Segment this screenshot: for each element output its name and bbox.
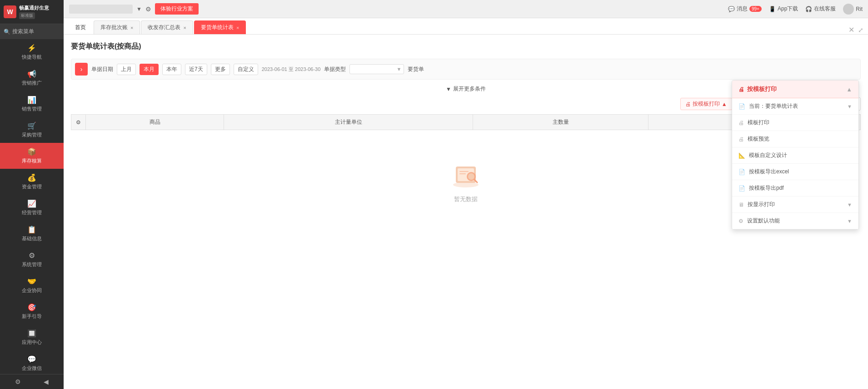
tab-inventory-batch-close[interactable]: ×	[130, 25, 133, 30]
search-menu-item[interactable]: 🔍 搜索菜单	[0, 24, 64, 39]
sidebar-item-marketing[interactable]: 📢 营销推广	[0, 65, 64, 91]
date-last-7days-btn[interactable]: 近7天	[185, 64, 207, 75]
tab-inventory-batch[interactable]: 库存批次账 ×	[94, 20, 140, 34]
sidebar-label-guide: 新手引导	[22, 313, 42, 320]
tab-order-stats-close[interactable]: ×	[236, 25, 239, 30]
template-preview-label: 模板预览	[748, 135, 769, 143]
dropdown-item-export-excel[interactable]: 📄 按模板导出excel	[732, 164, 858, 180]
sidebar-item-purchase[interactable]: 🛒 采购管理	[0, 117, 64, 143]
user-avatar	[843, 4, 854, 15]
dropdown-item-template-preview[interactable]: 🖨 模板预览	[732, 131, 858, 147]
print-dropdown: 🖨 按模板打印 ▲ 📄 当前：要货单统计表 ▼ 🖨 模板打印	[732, 80, 859, 230]
basic-icon: 📋	[27, 225, 36, 234]
tab-receivables-summary[interactable]: 收发存汇总表 ×	[141, 20, 193, 34]
display-print-left: 🖥 按显示打印	[738, 201, 775, 208]
print-button[interactable]: 🖨 按模板打印 ▲	[680, 98, 732, 110]
sidebar-item-app-center[interactable]: 🔲 应用中心	[0, 324, 64, 350]
sidebar-item-operations[interactable]: 📈 经营管理	[0, 195, 64, 221]
app-name: 畅赢通好生意	[19, 5, 49, 11]
expand-icon: ▼	[446, 86, 451, 92]
main-content: ▼ ⚙ 体验行业方案 💬 消息 99+ 📱 App下载 🎧 在线客服 Rit	[64, 0, 868, 389]
sidebar-item-enterprise[interactable]: 🤝 企业协同	[0, 273, 64, 298]
app-download-button[interactable]: 📱 App下载	[769, 5, 798, 13]
sidebar-label-app-center: 应用中心	[22, 339, 42, 346]
export-pdf-label: 按模板导出pdf	[749, 184, 784, 192]
message-icon: 💬	[728, 6, 735, 12]
message-button[interactable]: 💬 消息 99+	[728, 5, 762, 13]
type-filter-select[interactable]	[349, 64, 404, 74]
app-logo: W 畅赢通好生意 标准版	[0, 0, 64, 24]
display-print-label: 按显示打印	[748, 201, 775, 208]
expand-more-button[interactable]: ▼ 展开更多条件	[446, 85, 486, 93]
table-header-settings[interactable]: ⚙	[71, 115, 86, 130]
experience-button[interactable]: 体验行业方案	[155, 3, 199, 15]
tab-home-label: 首页	[75, 24, 86, 31]
dropdown-item-default-func[interactable]: ⚙ 设置默认功能 ▼	[732, 213, 858, 229]
settings-footer-icon[interactable]: ⚙	[15, 378, 21, 385]
app-download-icon: 📱	[769, 6, 776, 12]
filter-expand-button[interactable]: ›	[75, 63, 88, 76]
tab-bar: 首页 库存批次账 × 收发存汇总表 × 要货单统计表 × ✕ ⤢	[64, 18, 868, 35]
print-dropdown-collapse[interactable]: ▲	[846, 86, 852, 93]
date-this-year-btn[interactable]: 本年	[162, 64, 181, 75]
tab-receivables-summary-close[interactable]: ×	[183, 25, 186, 30]
sidebar-label-quick-nav: 快捷导航	[22, 54, 42, 61]
template-print-label: 模板打印	[748, 119, 769, 126]
quick-nav-icon: ⚡	[27, 44, 36, 52]
topbar-dropdown-arrow[interactable]: ▼	[136, 6, 142, 12]
close-window-icon[interactable]: ✕	[848, 25, 854, 34]
sidebar-item-system[interactable]: ⚙ 系统管理	[0, 247, 64, 273]
date-custom-btn[interactable]: 自定义	[234, 64, 258, 75]
topbar-gear-icon[interactable]: ⚙	[145, 5, 151, 13]
print-dropdown-icon: 🖨	[738, 86, 744, 93]
finance-icon: 💰	[27, 173, 36, 182]
dropdown-item-export-pdf[interactable]: 📄 按模板导出pdf	[732, 180, 858, 197]
message-badge: 99+	[749, 6, 762, 12]
search-icon: 🔍	[4, 29, 10, 35]
collapse-sidebar-icon[interactable]: ◀	[44, 378, 49, 385]
date-this-month-btn[interactable]: 本月	[140, 64, 159, 75]
sidebar-label-inventory: 库存核算	[22, 157, 42, 164]
current-template-arrow: ▼	[847, 104, 852, 109]
topbar-search-input[interactable]	[69, 5, 133, 14]
tab-order-stats[interactable]: 要货单统计表 ×	[194, 20, 246, 34]
template-preview-icon: 🖨	[738, 136, 744, 142]
page-area: 要货单统计表(按商品) › 单据日期 上月 本月 本年 近7天 更多 自定义 2…	[64, 35, 868, 389]
app-badge: 标准版	[19, 12, 35, 19]
sidebar-label-sales: 销售管理	[22, 106, 42, 112]
sidebar-item-sales[interactable]: 📊 销售管理	[0, 91, 64, 117]
sidebar-label-basic: 基础信息	[22, 235, 42, 242]
sidebar-item-quick-nav[interactable]: ⚡ 快捷导航	[0, 39, 64, 65]
display-print-icon: 🖥	[738, 202, 744, 208]
default-func-label: 设置默认功能	[747, 217, 780, 225]
date-last-month-btn[interactable]: 上月	[117, 64, 136, 75]
tab-bar-right: ✕ ⤢	[848, 25, 863, 34]
sidebar-item-finance[interactable]: 💰 资金管理	[0, 169, 64, 195]
dropdown-item-display-print[interactable]: 🖥 按显示打印 ▼	[732, 197, 858, 213]
sidebar-label-purchase: 采购管理	[22, 131, 42, 138]
date-more-btn[interactable]: 更多	[211, 64, 230, 75]
default-func-arrow: ▼	[847, 218, 852, 224]
export-pdf-icon: 📄	[738, 185, 745, 192]
sidebar-item-enterprise-wechat[interactable]: 💬 企业微信	[0, 350, 64, 374]
extra-filter-label: 要货单	[408, 66, 424, 73]
online-service-button[interactable]: 🎧 在线客服	[805, 5, 836, 13]
template-print-left: 🖨 模板打印	[738, 119, 769, 126]
user-avatar-area[interactable]: Rit	[843, 4, 863, 15]
sidebar-item-basic[interactable]: 📋 基础信息	[0, 221, 64, 247]
dropdown-item-current[interactable]: 📄 当前：要货单统计表 ▼	[732, 98, 858, 115]
sidebar-item-guide[interactable]: 🎯 新手引导	[0, 298, 64, 324]
sidebar-footer: ⚙ ◀	[0, 374, 64, 389]
sidebar-label-enterprise-wechat: 企业微信	[22, 365, 42, 372]
sidebar-item-inventory[interactable]: 📦 库存核算	[0, 143, 64, 169]
print-dropdown-title-area: 🖨 按模板打印	[738, 85, 777, 93]
current-template-icon: 📄	[738, 103, 745, 110]
maximize-icon[interactable]: ⤢	[858, 26, 863, 34]
dropdown-item-template-print[interactable]: 🖨 模板打印	[732, 115, 858, 131]
tab-home[interactable]: 首页	[68, 20, 93, 34]
template-design-label: 模板自定义设计	[749, 152, 787, 159]
dropdown-item-template-design[interactable]: 📐 模板自定义设计	[732, 147, 858, 164]
sidebar: W 畅赢通好生意 标准版 🔍 搜索菜单 ⚡ 快捷导航 📢 营销推广 📊 销售管理…	[0, 0, 64, 389]
app-download-label: App下载	[778, 5, 798, 13]
expand-label: 展开更多条件	[453, 85, 486, 93]
